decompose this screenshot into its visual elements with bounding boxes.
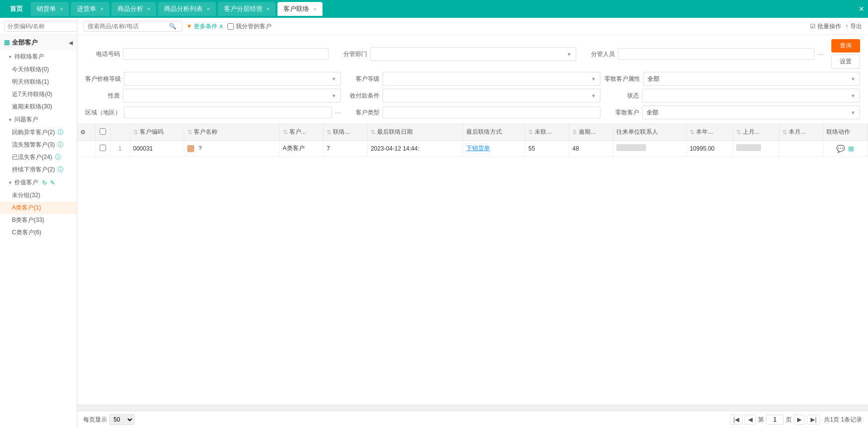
col-name[interactable]: ⇅ 客户名称 [184, 124, 279, 141]
phone-input[interactable] [123, 48, 328, 60]
edit-icon[interactable]: ✎ [50, 179, 55, 186]
prev-page-button[interactable]: ◀ [745, 415, 756, 425]
sidebar-group-value-label: 价值客户 [14, 178, 38, 187]
retail-select[interactable]: 全部 ▼ [642, 106, 860, 119]
col-this-month[interactable]: ⇅ 本月... [779, 124, 823, 141]
status-select[interactable]: ▼ [642, 89, 860, 103]
sidebar-item-churn-warning[interactable]: 流失预警客户(3) ⓘ [0, 139, 77, 151]
tab-sales[interactable]: 销货单 × [31, 2, 69, 16]
col-unit-contact[interactable]: 往来单位联系人 [613, 124, 687, 141]
sidebar-group-pending[interactable]: ▼ 待联络客户 [0, 50, 77, 63]
tab-customer-segment-close[interactable]: × [267, 6, 270, 12]
sidebar-item-abnormal[interactable]: 回购异常客户(2) ⓘ [0, 126, 77, 139]
next-page-button[interactable]: ▶ [794, 415, 805, 425]
tab-purchase[interactable]: 进货单 × [71, 2, 109, 16]
dept-select[interactable]: ▼ [370, 47, 576, 61]
per-page-select[interactable]: 50 100 200 [109, 414, 134, 425]
search-icon[interactable]: 🔍 [169, 23, 176, 30]
tab-customer-contact[interactable]: 客户联络 × [277, 2, 322, 16]
customer-color-box [187, 145, 194, 152]
person-dots-icon[interactable]: ··· [817, 50, 823, 58]
search-input[interactable] [88, 23, 167, 30]
first-page-button[interactable]: |◀ [730, 415, 743, 425]
per-page-label: 每页显示 [83, 416, 107, 424]
sidebar-item-today[interactable]: 今天待联络(0) [0, 63, 77, 76]
tab-analysis-list-close[interactable]: × [207, 6, 210, 12]
sidebar-search-input[interactable] [4, 21, 77, 32]
sidebar-item-overdue[interactable]: 逾期未联络(30) [0, 101, 77, 113]
sidebar-item-ungroup[interactable]: 未分组(32) [0, 189, 77, 202]
col-last-method[interactable]: 最后联络方式 [463, 124, 525, 141]
close-all-button[interactable]: × [859, 4, 864, 14]
tab-home[interactable]: 首页 [4, 2, 29, 16]
last-page-button[interactable]: ▶| [807, 415, 820, 425]
settings-button[interactable]: 设置 [831, 54, 860, 69]
col-select-all[interactable] [95, 124, 110, 141]
sidebar-item-lost[interactable]: 已流失客户(24) ⓘ [0, 151, 77, 163]
sidebar-item-c-class[interactable]: C类客户(6) [0, 226, 77, 239]
table-container: ⚙ ⇅ 客户编码 [77, 124, 868, 405]
col-this-year[interactable]: ⇅ 本年... [687, 124, 733, 141]
row-checkbox[interactable] [100, 145, 106, 151]
tab-customer-segment[interactable]: 客户分层经营 × [218, 2, 275, 16]
advanced-filter-panel: 电话号码 分管部门 ▼ 分管人员 ··· 查询 设置 [77, 35, 868, 124]
row-last-method[interactable]: 下销货单 [463, 141, 525, 157]
query-button[interactable]: 查询 [831, 39, 860, 53]
tab-sales-close[interactable]: × [60, 6, 63, 12]
action-qr-icon[interactable]: ⊞ [848, 145, 854, 153]
triangle-icon: ▼ [8, 54, 12, 59]
page-number-input[interactable] [766, 415, 784, 425]
region-dots-icon[interactable]: ··· [335, 108, 341, 116]
person-input[interactable] [618, 48, 815, 60]
tab-analysis[interactable]: 商品分析 × [111, 2, 156, 16]
refresh-icon[interactable]: ↻ [42, 179, 47, 186]
col-last-date[interactable]: ⇅ 最后联络日期 [368, 124, 463, 141]
col-overdue[interactable]: ⇅ 逾期... [569, 124, 613, 141]
sidebar-item-declining[interactable]: 持续下滑客户(2) ⓘ [0, 163, 77, 176]
info-icon-churn: ⓘ [57, 141, 63, 148]
sidebar-item-7days[interactable]: 近7天待联络(0) [0, 88, 77, 101]
tab-customer-contact-close[interactable]: × [313, 6, 316, 12]
person-label: 分管人员 [580, 50, 615, 58]
tab-purchase-close[interactable]: × [100, 6, 103, 12]
row-uncontacted: 55 [525, 141, 569, 157]
col-last-month[interactable]: ⇅ 上月... [733, 124, 779, 141]
filter-price-grade: 客户价格等级 ▼ [85, 72, 341, 86]
footer-right: |◀ ◀ 第 页 ▶ ▶| 共1页 1条记录 [730, 415, 862, 425]
nature-arrow: ▼ [331, 93, 336, 99]
customer-grade-arrow: ▼ [591, 76, 596, 82]
my-customers-checkbox[interactable]: 我分管的客户 [227, 22, 271, 31]
price-grade-select[interactable]: ▼ [124, 72, 341, 86]
tab-analysis-close[interactable]: × [147, 6, 150, 12]
col-code[interactable]: ⇅ 客户编码 [130, 124, 184, 141]
payment-select[interactable]: ▼ [382, 89, 600, 103]
batch-op-button[interactable]: ☑ 批量操作 [810, 22, 841, 31]
nature-select[interactable]: ▼ [123, 89, 341, 103]
export-button[interactable]: ↑ 导出 [845, 22, 862, 31]
filter-actions: 查询 设置 [831, 39, 860, 69]
sidebar-all-customers[interactable]: ⊞ 全部客户 ◀ [0, 35, 77, 50]
search-wrap[interactable]: 🔍 [83, 21, 182, 32]
col-uncontacted[interactable]: ⇅ 未联... [525, 124, 569, 141]
row-code: 000031 [130, 141, 184, 157]
more-conditions-button[interactable]: ▼ 更多条件 ∧ [186, 22, 223, 31]
sidebar-item-tomorrow[interactable]: 明天待联络(1) [0, 76, 77, 88]
select-all-checkbox[interactable] [100, 128, 106, 135]
my-customers-check[interactable] [227, 23, 234, 30]
sidebar-item-b-class[interactable]: B类客户(33) [0, 214, 77, 226]
customer-type-input[interactable] [382, 107, 600, 118]
horizontal-scrollbar[interactable] [77, 405, 868, 411]
col-gear[interactable]: ⚙ [77, 124, 95, 141]
action-chat-icon[interactable]: 💬 [836, 145, 845, 153]
region-input[interactable] [124, 107, 332, 118]
sidebar-item-a-class[interactable]: A类客户(1) [0, 202, 77, 214]
retail-attr-select[interactable]: 全部 ▼ [643, 72, 860, 86]
col-contact[interactable]: ⇅ 联络... [324, 124, 368, 141]
tab-analysis-list[interactable]: 商品分析列表 × [158, 2, 216, 16]
customer-grade-select[interactable]: ▼ [382, 72, 600, 86]
gear-icon[interactable]: ⚙ [80, 129, 86, 136]
row-checkbox-cell[interactable] [95, 141, 110, 157]
sidebar-group-value[interactable]: ▼ 价值客户 ↻ ✎ [0, 176, 77, 189]
sidebar-group-problem[interactable]: ▼ 问题客户 [0, 113, 77, 126]
col-type[interactable]: ⇅ 客户... [279, 124, 324, 141]
